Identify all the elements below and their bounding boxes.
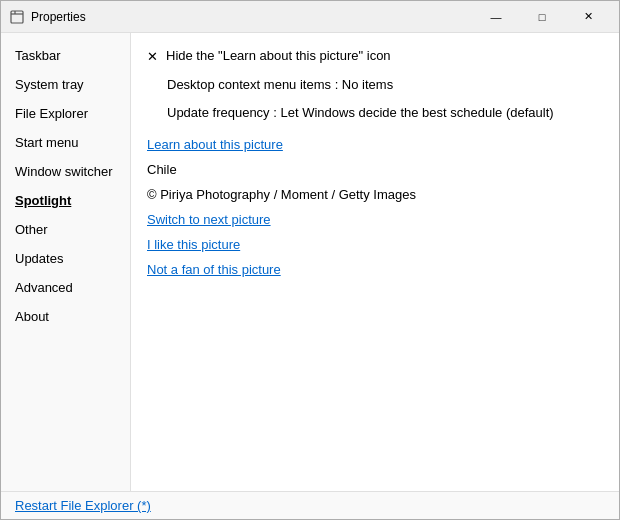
window-icon: [9, 9, 25, 25]
hide-icon-row: ✕ Hide the "Learn about this picture" ic…: [147, 47, 603, 66]
switch-next-link[interactable]: Switch to next picture: [147, 212, 603, 227]
sidebar-item-advanced[interactable]: Advanced: [1, 273, 130, 302]
copyright-text: © Piriya Photography / Moment / Getty Im…: [147, 187, 603, 202]
sidebar-item-updates[interactable]: Updates: [1, 244, 130, 273]
not-fan-link[interactable]: Not a fan of this picture: [147, 262, 603, 277]
sidebar-label-about: About: [15, 309, 49, 324]
learn-about-link[interactable]: Learn about this picture: [147, 137, 603, 152]
sidebar-label-system-tray: System tray: [15, 77, 84, 92]
close-button[interactable]: ✕: [565, 1, 611, 33]
title-bar: Properties — □ ✕: [1, 1, 619, 33]
sidebar-item-window-switcher[interactable]: Window switcher: [1, 157, 130, 186]
maximize-button[interactable]: □: [519, 1, 565, 33]
sidebar-label-window-switcher: Window switcher: [15, 164, 113, 179]
sidebar-item-file-explorer[interactable]: File Explorer: [1, 99, 130, 128]
desktop-context-row: Desktop context menu items : No items: [147, 76, 603, 94]
content-panel: ✕ Hide the "Learn about this picture" ic…: [131, 33, 619, 491]
update-frequency-row: Update frequency : Let Windows decide th…: [147, 104, 603, 122]
sidebar-item-spotlight[interactable]: Spotlight: [1, 186, 130, 215]
main-content: Taskbar System tray File Explorer Start …: [1, 33, 619, 491]
sidebar-item-start-menu[interactable]: Start menu: [1, 128, 130, 157]
sidebar-item-about[interactable]: About: [1, 302, 130, 331]
properties-window: Properties — □ ✕ Taskbar System tray Fil…: [0, 0, 620, 520]
sidebar-label-taskbar: Taskbar: [15, 48, 61, 63]
like-picture-link[interactable]: I like this picture: [147, 237, 603, 252]
sidebar-label-spotlight: Spotlight: [15, 193, 71, 208]
sidebar-label-advanced: Advanced: [15, 280, 73, 295]
title-bar-controls: — □ ✕: [473, 1, 611, 33]
sidebar-label-other: Other: [15, 222, 48, 237]
footer: Restart File Explorer (*): [1, 491, 619, 519]
location-text: Chile: [147, 162, 603, 177]
hide-icon-label: Hide the "Learn about this picture" icon: [166, 47, 391, 65]
svg-rect-0: [11, 11, 23, 23]
sidebar-label-updates: Updates: [15, 251, 63, 266]
restart-file-explorer-link[interactable]: Restart File Explorer (*): [15, 498, 151, 513]
sidebar-item-other[interactable]: Other: [1, 215, 130, 244]
sidebar: Taskbar System tray File Explorer Start …: [1, 33, 131, 491]
hide-icon-checkbox[interactable]: ✕: [147, 48, 158, 66]
sidebar-label-start-menu: Start menu: [15, 135, 79, 150]
update-frequency-label: Update frequency : Let Windows decide th…: [167, 104, 554, 122]
minimize-button[interactable]: —: [473, 1, 519, 33]
desktop-context-label: Desktop context menu items : No items: [167, 76, 393, 94]
sidebar-item-system-tray[interactable]: System tray: [1, 70, 130, 99]
sidebar-label-file-explorer: File Explorer: [15, 106, 88, 121]
window-title: Properties: [31, 10, 473, 24]
sidebar-item-taskbar[interactable]: Taskbar: [1, 41, 130, 70]
